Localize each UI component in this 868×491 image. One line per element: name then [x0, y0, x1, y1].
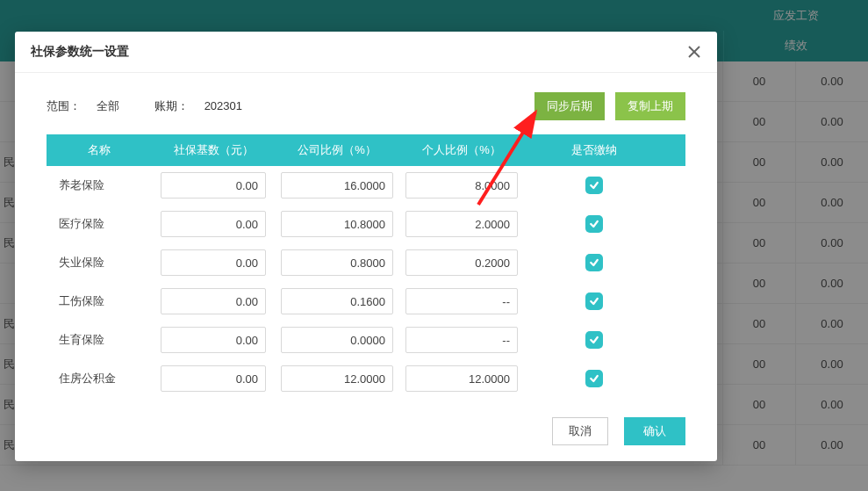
company-pct-input[interactable]	[281, 327, 393, 353]
row-name: 工伤保险	[47, 293, 152, 309]
company-pct-input[interactable]	[281, 365, 393, 392]
pay-checkbox[interactable]	[585, 177, 603, 194]
row-name: 养老保险	[47, 177, 152, 193]
pay-checkbox[interactable]	[585, 370, 603, 387]
table-row: 医疗保险	[47, 205, 685, 243]
pay-checkbox[interactable]	[585, 215, 603, 233]
sync-later-button[interactable]: 同步后期	[534, 92, 605, 120]
col-base-header: 社保基数（元）	[152, 134, 275, 166]
copy-prev-button[interactable]: 复制上期	[615, 92, 685, 120]
social-insurance-settings-modal: 社保参数统一设置 范围：全部 账期：202301 同步后期 复制上期	[15, 32, 717, 461]
base-input[interactable]	[161, 365, 266, 392]
scope-value: 全部	[97, 99, 119, 112]
base-input[interactable]	[161, 327, 266, 353]
period-value: 202301	[204, 99, 242, 112]
pay-checkbox[interactable]	[585, 331, 603, 349]
table-header: 名称 社保基数（元） 公司比例（%） 个人比例（%） 是否缴纳	[47, 134, 685, 166]
scope-label: 范围：	[47, 99, 81, 112]
row-name: 生育保险	[47, 332, 152, 348]
personal-pct-input[interactable]	[405, 365, 518, 392]
base-input[interactable]	[161, 288, 266, 314]
company-pct-input[interactable]	[281, 249, 393, 276]
table-row: 工伤保险	[47, 282, 685, 321]
base-input[interactable]	[161, 249, 266, 276]
company-pct-input[interactable]	[281, 172, 393, 199]
personal-pct-input[interactable]	[405, 249, 518, 276]
personal-pct-input[interactable]	[405, 288, 518, 314]
col-personal-pct-header: 个人比例（%）	[399, 134, 524, 166]
company-pct-input[interactable]	[281, 288, 393, 314]
personal-pct-input[interactable]	[405, 172, 518, 199]
period-label: 账期：	[154, 99, 189, 112]
personal-pct-input[interactable]	[405, 327, 518, 353]
cancel-button[interactable]: 取消	[552, 417, 608, 445]
table-row: 失业保险	[47, 243, 685, 282]
base-input[interactable]	[161, 172, 266, 199]
table-row: 生育保险	[47, 321, 685, 359]
row-name: 医疗保险	[47, 216, 152, 232]
table-row: 住房公积金	[47, 359, 685, 398]
table-row: 养老保险	[47, 166, 685, 205]
pay-checkbox[interactable]	[585, 254, 603, 271]
pay-checkbox[interactable]	[585, 292, 603, 310]
col-company-pct-header: 公司比例（%）	[275, 134, 399, 166]
close-icon[interactable]	[687, 45, 701, 59]
row-name: 失业保险	[47, 255, 152, 271]
col-name-header: 名称	[47, 134, 152, 166]
personal-pct-input[interactable]	[405, 211, 518, 237]
col-pay-header: 是否缴纳	[524, 134, 664, 166]
base-input[interactable]	[161, 211, 266, 237]
confirm-button[interactable]: 确认	[624, 417, 685, 445]
company-pct-input[interactable]	[281, 211, 393, 237]
modal-title: 社保参数统一设置	[31, 44, 129, 60]
row-name: 住房公积金	[47, 371, 152, 386]
